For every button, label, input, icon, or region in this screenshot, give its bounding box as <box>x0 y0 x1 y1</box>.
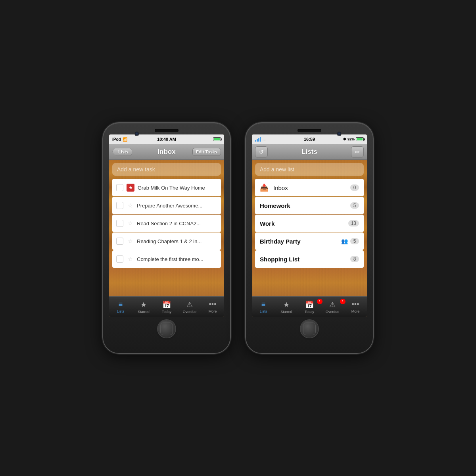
task-item-2[interactable]: ☆ Prepare Another Awesome... <box>112 197 221 214</box>
star-tab-icon-2: ★ <box>283 300 290 309</box>
edit-tasks-button[interactable]: Edit Tasks <box>192 148 221 156</box>
list-name-inbox: Inbox <box>273 184 350 191</box>
nav-bar-1: Lists Inbox Edit Tasks <box>109 144 224 160</box>
tab-lists-2[interactable]: ≡ Lists <box>252 300 275 313</box>
home-button-2[interactable] <box>301 320 318 338</box>
list-item-birthday[interactable]: Birthday Party 👥 5 <box>255 232 364 250</box>
phone-1: iPod 📶 10:40 AM Lists Inbox Edit Tasks A… <box>103 123 230 353</box>
tab-today-2[interactable]: 📅 1 Today <box>298 300 321 314</box>
home-button-1[interactable] <box>158 320 175 338</box>
tab-overdue-label-2: Overdue <box>326 310 340 314</box>
status-bar-2: ... 16:59 ✱ 92% <box>252 134 367 144</box>
lists-icon-2: ≡ <box>261 300 266 309</box>
list-name-birthday: Birthday Party <box>260 238 341 245</box>
battery-icon-2 <box>356 137 364 141</box>
task-item-3[interactable]: ☆ Read Section 2 in CCNA2... <box>112 215 221 232</box>
back-button[interactable]: Lists <box>112 148 132 156</box>
tab-overdue-1[interactable]: ⚠ Overdue <box>178 300 201 314</box>
time-label: 10:40 AM <box>157 137 176 142</box>
phone-2-screen: ... 16:59 ✱ 92% ↺ Lists ✏ Add a new list <box>252 134 367 317</box>
list-badge-work: 13 <box>348 220 359 226</box>
calendar-tab-icon-1: 📅 <box>162 300 171 309</box>
task-text-3: Read Section 2 in CCNA2... <box>137 221 217 226</box>
edit-button[interactable]: ✏ <box>351 146 364 157</box>
status-bar-1: iPod 📶 10:40 AM <box>109 134 224 144</box>
list-badge-birthday: 5 <box>350 238 359 244</box>
status-left: iPod 📶 <box>112 137 127 142</box>
tab-more-label-1: More <box>209 309 217 313</box>
task-checkbox-3[interactable] <box>116 220 123 227</box>
tab-more-2[interactable]: ••• More <box>344 300 367 313</box>
list-item-homework[interactable]: Homework 5 <box>255 197 364 214</box>
nav-bar-2: ↺ Lists ✏ <box>252 144 367 160</box>
task-item-5[interactable]: ☆ Complete the first three mo... <box>112 250 221 268</box>
task-checkbox-1[interactable] <box>116 184 123 191</box>
lists-container: 📥 Inbox 0 Homework 5 Work 13 Birthday Pa… <box>252 179 367 268</box>
warning-tab-icon-1: ⚠ <box>186 300 193 309</box>
star-icon-4: ☆ <box>127 238 134 245</box>
list-name-work: Work <box>260 220 348 227</box>
signal-bar-2 <box>257 139 258 142</box>
tab-starred-label-2: Starred <box>280 310 292 314</box>
phone-2: ... 16:59 ✱ 92% ↺ Lists ✏ Add a new list <box>246 123 373 353</box>
tab-lists-1[interactable]: ≡ Lists <box>109 300 132 313</box>
list-badge-inbox: 0 <box>350 184 359 191</box>
more-tab-icon-2: ••• <box>352 300 359 309</box>
task-text-4: Reading Chapters 1 & 2 in... <box>137 238 217 244</box>
list-badge-shopping: 8 <box>350 256 359 262</box>
battery-icon <box>213 137 221 141</box>
speaker <box>155 129 178 132</box>
battery-fill-2 <box>357 138 363 140</box>
content-area-1: Add a new task ★ Grab Milk On The Way Ho… <box>109 160 224 296</box>
task-text-1: Grab Milk On The Way Home <box>138 185 217 191</box>
tab-starred-2[interactable]: ★ Starred <box>275 300 298 314</box>
refresh-button[interactable]: ↺ <box>255 146 268 157</box>
lists-icon-1: ≡ <box>119 300 123 309</box>
battery-percent: 92% <box>347 137 355 141</box>
home-button-inner-2 <box>303 322 316 335</box>
star-tab-icon-1: ★ <box>140 300 147 309</box>
tab-overdue-2[interactable]: ⚠ 1 Overdue <box>321 300 344 314</box>
tab-more-label-2: More <box>351 309 360 313</box>
list-name-homework: Homework <box>260 202 350 209</box>
inbox-list-icon: 📥 <box>260 183 269 192</box>
wifi-icon: 📶 <box>123 137 127 142</box>
list-name-shopping: Shopping List <box>260 256 350 263</box>
tab-lists-label-1: Lists <box>117 309 125 313</box>
tab-overdue-label-1: Overdue <box>183 310 197 314</box>
task-checkbox-4[interactable] <box>116 238 123 245</box>
star-icon-5: ☆ <box>127 255 134 263</box>
warning-tab-icon-2: ⚠ <box>329 300 336 309</box>
more-tab-icon-1: ••• <box>209 300 217 309</box>
status-right-2: ✱ 92% <box>343 137 364 141</box>
task-item-1[interactable]: ★ Grab Milk On The Way Home <box>112 179 221 196</box>
list-item-shopping[interactable]: Shopping List 8 <box>255 250 364 268</box>
list-badge-homework: 5 <box>350 202 359 209</box>
status-left-2: ... <box>255 137 266 142</box>
status-right <box>213 137 221 141</box>
shared-icon: 👥 <box>341 238 348 244</box>
task-checkbox-2[interactable] <box>116 202 123 209</box>
phone-1-screen: iPod 📶 10:40 AM Lists Inbox Edit Tasks A… <box>109 134 224 317</box>
tab-bar-1: ≡ Lists ★ Starred 📅 Today ⚠ Overdue ••• … <box>109 296 224 317</box>
home-button-inner-1 <box>160 322 173 335</box>
signal-bar-3 <box>258 138 259 142</box>
list-item-inbox[interactable]: 📥 Inbox 0 <box>255 179 364 196</box>
carrier-label-2: ... <box>263 137 266 141</box>
star-icon-2: ☆ <box>127 202 134 209</box>
task-checkbox-5[interactable] <box>116 255 123 263</box>
tab-today-label-2: Today <box>305 310 314 314</box>
nav-title-1: Inbox <box>157 148 175 156</box>
tab-starred-1[interactable]: ★ Starred <box>132 300 155 314</box>
tab-more-1[interactable]: ••• More <box>201 300 224 313</box>
task-item-4[interactable]: ☆ Reading Chapters 1 & 2 in... <box>112 232 221 250</box>
tab-today-label-1: Today <box>162 310 171 314</box>
front-camera <box>135 132 139 136</box>
carrier-label: iPod <box>112 137 121 142</box>
tab-today-1[interactable]: 📅 Today <box>155 300 178 314</box>
signal-bars <box>255 137 261 142</box>
add-list-input[interactable]: Add a new list <box>255 163 364 176</box>
star-icon-3: ☆ <box>127 220 134 227</box>
add-task-input[interactable]: Add a new task <box>112 163 221 176</box>
list-item-work[interactable]: Work 13 <box>255 215 364 232</box>
